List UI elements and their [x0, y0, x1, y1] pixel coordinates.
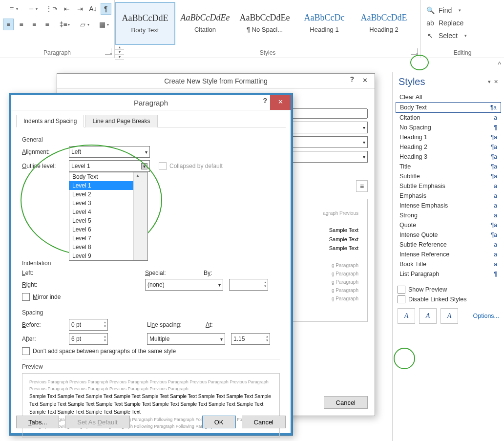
- section-general: General: [22, 136, 280, 143]
- style-item-subtle-emphasis[interactable]: Subtle Emphasisa: [396, 181, 501, 191]
- cns-close-button[interactable]: ✕: [355, 74, 375, 88]
- style-item-title[interactable]: Title¶a: [396, 162, 501, 171]
- mirror-checkbox[interactable]: [22, 293, 30, 301]
- cns-name-input[interactable]: [292, 108, 368, 119]
- style-inspector-button[interactable]: A: [419, 308, 437, 324]
- styles-options-link[interactable]: Options...: [473, 313, 500, 319]
- align-left-button[interactable]: ≡: [3, 19, 14, 30]
- style-item-name: Heading 1: [399, 134, 427, 141]
- style-item-name: Strong: [399, 212, 418, 219]
- para-cancel-button[interactable]: Cancel: [242, 416, 286, 428]
- styles-pane-close-icon[interactable]: ✕: [494, 79, 498, 84]
- find-button[interactable]: 🔍Find▾: [426, 4, 499, 17]
- align-center-button[interactable]: ≡: [16, 19, 26, 30]
- ribbon-label-styles: Styles: [115, 49, 420, 56]
- tab-line-breaks[interactable]: Line and Page Breaks: [85, 115, 157, 127]
- paragraph-dialog-launcher[interactable]: [105, 48, 111, 55]
- style-item-intense-quote[interactable]: Intense Quote¶a: [396, 230, 501, 240]
- style-item-subtle-reference[interactable]: Subtle Referencea: [396, 240, 501, 250]
- style-card-heading-1[interactable]: AaBbCcDcHeading 1: [294, 2, 354, 44]
- no-space-checkbox[interactable]: [22, 347, 30, 355]
- show-preview-checkbox[interactable]: [398, 286, 405, 294]
- outline-level-dropdown[interactable]: Body TextLevel 1Level 2Level 3Level 4Lev…: [69, 172, 148, 261]
- style-item-no-spacing[interactable]: No Spacing¶: [396, 123, 501, 132]
- replace-icon: ab: [426, 19, 435, 27]
- style-name: ¶ No Spaci...: [247, 26, 283, 33]
- para-tabs: Indents and Spacing Line and Page Breaks: [16, 114, 286, 127]
- line-spacing-button[interactable]: ‡≡: [55, 19, 72, 30]
- style-item-subtitle[interactable]: Subtitle¶a: [396, 171, 501, 181]
- styles-dialog-launcher[interactable]: [411, 48, 418, 55]
- justify-button[interactable]: ≡: [42, 19, 52, 30]
- style-card-citation[interactable]: AaBbCcDdEeCitation: [175, 2, 235, 44]
- cns-cancel-button[interactable]: Cancel: [324, 396, 368, 409]
- style-item-list-paragraph[interactable]: List Paragraph¶: [396, 269, 501, 279]
- style-item-heading-3[interactable]: Heading 3¶a: [396, 152, 501, 162]
- style-card-heading-2[interactable]: AaBbCcDdEHeading 2: [354, 2, 414, 44]
- cns-bold-button[interactable]: ≡: [356, 180, 368, 192]
- style-item-name: Title: [399, 163, 411, 170]
- styles-list[interactable]: Clear AllBody Text¶aCitationaNo Spacing¶…: [393, 92, 504, 279]
- style-item-clear-all[interactable]: Clear All: [396, 92, 501, 102]
- style-item-book-title[interactable]: Book Titlea: [396, 259, 501, 269]
- alignment-select[interactable]: Left▾: [69, 146, 150, 158]
- style-item-intense-reference[interactable]: Intense Referencea: [396, 250, 501, 259]
- at-value: 1.15: [233, 336, 245, 342]
- align-right-button[interactable]: ≡: [29, 19, 40, 30]
- cns-help-button[interactable]: ?: [350, 75, 354, 83]
- multilevel-button[interactable]: ⋮≡: [42, 3, 60, 15]
- replace-button[interactable]: abReplace: [426, 17, 499, 29]
- style-item-quote[interactable]: Quote¶a: [396, 220, 501, 230]
- outline-level-select[interactable]: Level 1▾: [69, 160, 150, 172]
- ribbon-group-editing: 🔍Find▾ abReplace ↖Select▾ Editing: [421, 0, 504, 58]
- cns-basedon-select[interactable]: ▾: [291, 136, 368, 148]
- style-card--no-spaci-[interactable]: AaBbCcDdEe¶ No Spaci...: [235, 2, 294, 44]
- outline-dropdown-scrollbar[interactable]: [133, 172, 147, 260]
- special-select[interactable]: (none)▾: [145, 279, 223, 291]
- increase-indent-button[interactable]: ⇥: [75, 3, 85, 15]
- style-card-body-text[interactable]: AaBbCcDdEBody Text: [115, 2, 175, 45]
- manage-styles-button[interactable]: A: [441, 308, 458, 324]
- style-item-heading-1[interactable]: Heading 1¶a: [396, 132, 501, 142]
- select-label: Select: [439, 32, 458, 40]
- style-item-name: Intense Emphasis: [399, 202, 448, 209]
- new-style-button[interactable]: A: [398, 308, 415, 324]
- no-space-label: Don't add space between paragraphs of th…: [33, 348, 176, 355]
- numbering-button[interactable]: ≣: [22, 3, 40, 15]
- collapsed-checkbox[interactable]: [159, 162, 167, 170]
- style-item-intense-emphasis[interactable]: Intense Emphasisa: [396, 201, 501, 210]
- select-button[interactable]: ↖Select▾: [426, 29, 499, 42]
- ribbon-collapse-chevron[interactable]: ^: [498, 61, 501, 68]
- ok-button[interactable]: OK: [202, 416, 236, 428]
- bullets-button[interactable]: ≡: [3, 3, 21, 15]
- sort-button[interactable]: A↓: [87, 3, 98, 15]
- tabs-button[interactable]: Tabs...: [16, 416, 59, 428]
- set-default-button[interactable]: Set As Default: [65, 416, 129, 428]
- line-spacing-select[interactable]: Multiple▾: [147, 333, 225, 345]
- before-spinner[interactable]: 0 pt: [69, 319, 108, 331]
- para-help-button[interactable]: ?: [263, 97, 267, 105]
- style-item-heading-2[interactable]: Heading 2¶a: [396, 142, 501, 152]
- by-spinner[interactable]: [229, 279, 268, 291]
- para-close-button[interactable]: ✕: [270, 95, 291, 110]
- collapsed-label: Collapsed by default: [169, 163, 223, 169]
- cns-following-select[interactable]: ▾: [291, 151, 368, 163]
- style-item-body-text[interactable]: Body Text¶a: [396, 102, 501, 113]
- styles-gallery[interactable]: AaBbCcDdEBody TextAaBbCcDdEeCitationAaBb…: [115, 2, 414, 45]
- tab-indents-spacing[interactable]: Indents and Spacing: [16, 115, 84, 127]
- cns-prev-sample: Sample Text: [329, 236, 358, 242]
- at-spinner[interactable]: 1.15: [231, 333, 270, 345]
- styles-pane-dropdown-icon[interactable]: ▾: [488, 79, 491, 84]
- shading-button[interactable]: ▱: [74, 19, 92, 30]
- at-label: At:: [206, 321, 230, 328]
- style-item-citation[interactable]: Citationa: [396, 113, 501, 123]
- after-spinner[interactable]: 6 pt: [69, 333, 108, 345]
- decrease-indent-button[interactable]: ⇤: [62, 3, 72, 15]
- style-item-strong[interactable]: Stronga: [396, 210, 501, 220]
- show-hide-pilcrow-button[interactable]: ¶: [101, 3, 111, 15]
- cns-styletype-select[interactable]: ▾: [291, 122, 368, 133]
- borders-button[interactable]: ▦: [94, 19, 111, 30]
- ribbon-group-styles: AaBbCcDdEBody TextAaBbCcDdEeCitationAaBb…: [115, 0, 421, 58]
- style-item-emphasis[interactable]: Emphasisa: [396, 191, 501, 201]
- disable-linked-checkbox[interactable]: [398, 295, 405, 303]
